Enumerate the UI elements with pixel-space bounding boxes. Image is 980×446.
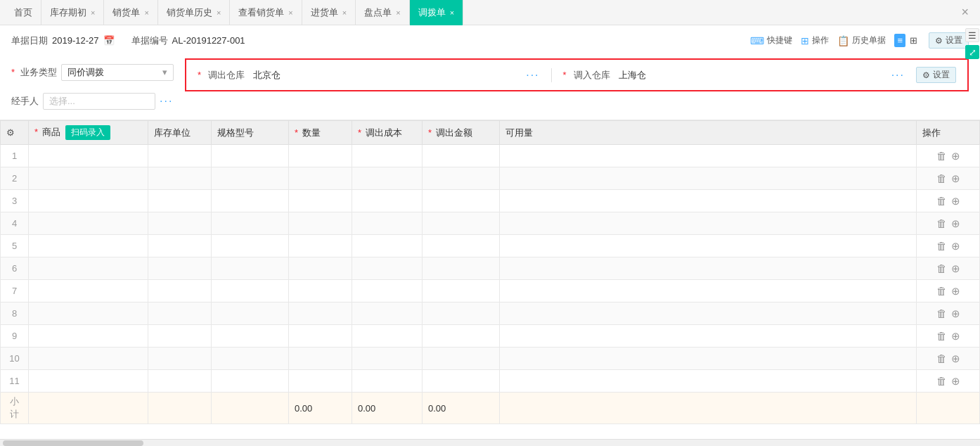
horizontal-scrollbar[interactable] [0, 439, 980, 446]
tab-inventory-init[interactable]: 库存期初 × [41, 0, 104, 25]
row-amount-10[interactable] [423, 348, 500, 370]
row-avail-2[interactable] [500, 167, 917, 190]
delete-icon-3[interactable]: 🗑 [936, 195, 947, 207]
tab-inventory-init-close[interactable]: × [91, 8, 95, 17]
delete-icon-1[interactable]: 🗑 [936, 150, 947, 162]
tab-sales-order[interactable]: 销货单 × [104, 0, 157, 25]
copy-icon-3[interactable]: ⊕ [951, 195, 960, 208]
copy-icon-4[interactable]: ⊕ [951, 217, 960, 230]
row-qty-2[interactable] [289, 167, 352, 190]
tab-view-sales-close[interactable]: × [288, 8, 292, 17]
row-cost-8[interactable] [352, 302, 423, 325]
delete-icon-9[interactable]: 🗑 [936, 330, 947, 342]
row-unit-1[interactable] [148, 145, 212, 167]
tab-transfer-order-close[interactable]: × [450, 8, 454, 17]
operations-btn[interactable]: ⊞ 操作 [801, 34, 829, 46]
tab-purchase-order[interactable]: 进货单 × [302, 0, 356, 25]
biz-type-dropdown-arrow[interactable]: ▾ [162, 67, 167, 77]
date-value[interactable]: 2019-12-27 [52, 35, 99, 46]
sidebar-list-icon[interactable]: ☰ [965, 28, 979, 42]
row-unit-10[interactable] [148, 348, 212, 370]
biz-type-select[interactable]: 同价调拨 ▾ [61, 64, 174, 81]
row-unit-8[interactable] [148, 302, 212, 325]
row-amount-8[interactable] [423, 302, 500, 325]
col-settings-header[interactable]: ⚙ [1, 121, 29, 145]
row-avail-1[interactable] [500, 145, 917, 167]
row-cost-9[interactable] [352, 325, 423, 348]
copy-icon-1[interactable]: ⊕ [951, 150, 960, 163]
delete-icon-11[interactable]: 🗑 [936, 375, 947, 387]
row-avail-8[interactable] [500, 302, 917, 325]
row-spec-3[interactable] [212, 190, 289, 212]
row-qty-1[interactable] [289, 145, 352, 167]
row-qty-11[interactable] [289, 370, 352, 393]
row-avail-5[interactable] [500, 235, 917, 257]
handler-more-btn[interactable]: ··· [160, 95, 173, 108]
copy-icon-8[interactable]: ⊕ [951, 307, 960, 320]
settings-btn[interactable]: ⚙ 设置 [929, 32, 969, 49]
row-amount-5[interactable] [423, 235, 500, 257]
row-qty-6[interactable] [289, 257, 352, 280]
copy-icon-2[interactable]: ⊕ [951, 172, 960, 185]
row-amount-9[interactable] [423, 325, 500, 348]
scan-button[interactable]: 扫码录入 [65, 125, 110, 140]
tab-purchase-order-close[interactable]: × [342, 8, 347, 17]
row-qty-8[interactable] [289, 302, 352, 325]
row-cost-7[interactable] [352, 280, 423, 302]
row-product-11[interactable] [29, 370, 148, 393]
layout-grid-icon[interactable]: ⊞ [907, 34, 920, 47]
row-spec-10[interactable] [212, 348, 289, 370]
row-product-3[interactable] [29, 190, 148, 212]
row-unit-7[interactable] [148, 280, 212, 302]
row-spec-7[interactable] [212, 280, 289, 302]
row-amount-2[interactable] [423, 167, 500, 190]
history-btn[interactable]: 📋 历史单据 [837, 34, 886, 46]
row-product-9[interactable] [29, 325, 148, 348]
row-unit-2[interactable] [148, 167, 212, 190]
delete-icon-2[interactable]: 🗑 [936, 172, 947, 184]
delete-icon-4[interactable]: 🗑 [936, 217, 947, 229]
copy-icon-6[interactable]: ⊕ [951, 262, 960, 275]
row-product-4[interactable] [29, 212, 148, 235]
row-amount-4[interactable] [423, 212, 500, 235]
row-qty-9[interactable] [289, 325, 352, 348]
row-avail-10[interactable] [500, 348, 917, 370]
row-unit-3[interactable] [148, 190, 212, 212]
row-cost-1[interactable] [352, 145, 423, 167]
row-product-1[interactable] [29, 145, 148, 167]
row-unit-6[interactable] [148, 257, 212, 280]
row-product-5[interactable] [29, 235, 148, 257]
row-spec-2[interactable] [212, 167, 289, 190]
row-qty-7[interactable] [289, 280, 352, 302]
row-product-6[interactable] [29, 257, 148, 280]
row-cost-2[interactable] [352, 167, 423, 190]
layout-list-icon[interactable]: ≡ [894, 34, 905, 47]
handler-select[interactable]: 选择... [43, 93, 155, 110]
row-qty-10[interactable] [289, 348, 352, 370]
in-warehouse-more-btn[interactable]: ··· [891, 69, 905, 82]
row-product-10[interactable] [29, 348, 148, 370]
row-spec-6[interactable] [212, 257, 289, 280]
row-cost-10[interactable] [352, 348, 423, 370]
row-product-7[interactable] [29, 280, 148, 302]
scrollbar-thumb[interactable] [3, 440, 143, 446]
row-unit-5[interactable] [148, 235, 212, 257]
row-amount-3[interactable] [423, 190, 500, 212]
row-spec-8[interactable] [212, 302, 289, 325]
tab-home[interactable]: 首页 [6, 0, 41, 25]
window-close-button[interactable]: × [955, 5, 974, 20]
delete-icon-10[interactable]: 🗑 [936, 352, 947, 364]
delete-icon-6[interactable]: 🗑 [936, 262, 947, 274]
copy-icon-7[interactable]: ⊕ [951, 285, 960, 298]
row-avail-3[interactable] [500, 190, 917, 212]
row-cost-4[interactable] [352, 212, 423, 235]
row-qty-5[interactable] [289, 235, 352, 257]
row-spec-4[interactable] [212, 212, 289, 235]
gear-icon[interactable]: ⚙ [6, 127, 15, 138]
row-spec-9[interactable] [212, 325, 289, 348]
tab-stocktake[interactable]: 盘点单 × [356, 0, 409, 25]
row-avail-7[interactable] [500, 280, 917, 302]
row-product-2[interactable] [29, 167, 148, 190]
delete-icon-8[interactable]: 🗑 [936, 307, 947, 319]
out-warehouse-value[interactable]: 北京仓 [253, 69, 281, 82]
